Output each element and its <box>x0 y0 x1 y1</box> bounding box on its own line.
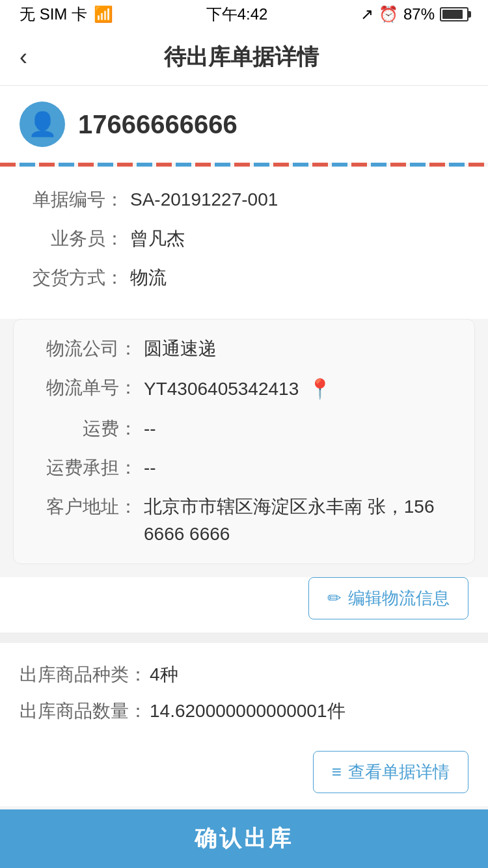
products-section: 出库商品种类： 4种 出库商品数量： 14.620000000000001件 <box>0 643 488 751</box>
status-right: ↗ ⏰ 87% <box>360 5 468 23</box>
tracking-number: YT4306405342413 <box>144 375 299 403</box>
freight-bearer-value: -- <box>137 454 455 481</box>
tracking-location-icon[interactable]: 📍 <box>308 374 332 403</box>
products-qty-row: 出库商品数量： 14.620000000000001件 <box>20 699 468 724</box>
avatar-icon: 👤 <box>28 111 57 138</box>
order-info-section: 单据编号： SA-20191227-001 业务员： 曾凡杰 交货方式： 物流 <box>0 167 488 319</box>
alarm-icon: ⏰ <box>379 5 398 23</box>
status-left: 无 SIM 卡 📶 <box>20 4 113 25</box>
logistics-tracking-value: YT4306405342413 📍 <box>137 374 455 403</box>
wifi-icon: 📶 <box>94 5 113 23</box>
back-button[interactable]: ‹ <box>20 44 27 71</box>
edit-btn-row: ✏ 编辑物流信息 <box>0 577 488 632</box>
confirm-button[interactable]: 确认出库 <box>0 809 488 868</box>
salesperson-row: 业务员： 曾凡杰 <box>20 225 468 252</box>
products-qty-value: 14.620000000000001件 <box>150 699 346 724</box>
products-type-label: 出库商品种类： <box>20 662 150 687</box>
battery-pct: 87% <box>403 5 435 23</box>
delivery-row: 交货方式： 物流 <box>20 264 468 292</box>
delivery-value: 物流 <box>124 264 468 292</box>
salesperson-label: 业务员： <box>20 225 124 252</box>
battery-icon <box>440 7 468 21</box>
logistics-card: 物流公司： 圆通速递 物流单号： YT4306405342413 📍 运费： -… <box>13 319 475 564</box>
products-qty-label: 出库商品数量： <box>20 699 150 724</box>
status-time: 下午4:42 <box>206 4 268 25</box>
page-title: 待出库单据详情 <box>40 42 442 72</box>
user-phone: 17666666666 <box>78 110 237 139</box>
status-bar: 无 SIM 卡 📶 下午4:42 ↗ ⏰ 87% <box>0 0 488 29</box>
nav-bar: ‹ 待出库单据详情 <box>0 29 488 86</box>
freight-bearer-label: 运费承担： <box>33 454 137 481</box>
view-details-button[interactable]: ≡ 查看单据详情 <box>313 751 468 793</box>
carrier-label: 无 SIM 卡 <box>20 4 87 25</box>
logistics-company-value: 圆通速递 <box>137 335 455 362</box>
logistics-company-row: 物流公司： 圆通速递 <box>33 335 455 362</box>
user-section: 👤 17666666666 <box>0 86 488 163</box>
logistics-company-label: 物流公司： <box>33 335 137 362</box>
products-type-value: 4种 <box>150 662 178 687</box>
salesperson-value: 曾凡杰 <box>124 225 468 252</box>
view-details-label: 查看单据详情 <box>348 761 450 783</box>
avatar: 👤 <box>20 102 65 147</box>
freight-value: -- <box>137 415 455 442</box>
edit-logistics-label: 编辑物流信息 <box>348 587 450 610</box>
address-value: 北京市市辖区海淀区永丰南 张，156 6666 6666 <box>137 493 455 548</box>
section-divider <box>0 632 488 643</box>
doc-no-label: 单据编号： <box>20 186 124 213</box>
address-label: 客户地址： <box>33 493 137 521</box>
edit-logistics-icon: ✏ <box>327 588 342 608</box>
doc-no-row: 单据编号： SA-20191227-001 <box>20 186 468 213</box>
doc-no-value: SA-20191227-001 <box>124 186 468 213</box>
logistics-tracking-row: 物流单号： YT4306405342413 📍 <box>33 374 455 403</box>
freight-row: 运费： -- <box>33 415 455 442</box>
edit-logistics-button[interactable]: ✏ 编辑物流信息 <box>308 577 468 619</box>
freight-bearer-row: 运费承担： -- <box>33 454 455 481</box>
view-btn-row: ≡ 查看单据详情 <box>0 751 488 806</box>
location-status-icon: ↗ <box>360 5 373 23</box>
view-details-icon: ≡ <box>332 762 342 782</box>
logistics-tracking-label: 物流单号： <box>33 374 137 401</box>
address-row: 客户地址： 北京市市辖区海淀区永丰南 张，156 6666 6666 <box>33 493 455 548</box>
products-type-row: 出库商品种类： 4种 <box>20 662 468 687</box>
delivery-label: 交货方式： <box>20 264 124 292</box>
confirm-button-label: 确认出库 <box>195 824 293 854</box>
freight-label: 运费： <box>33 415 137 442</box>
